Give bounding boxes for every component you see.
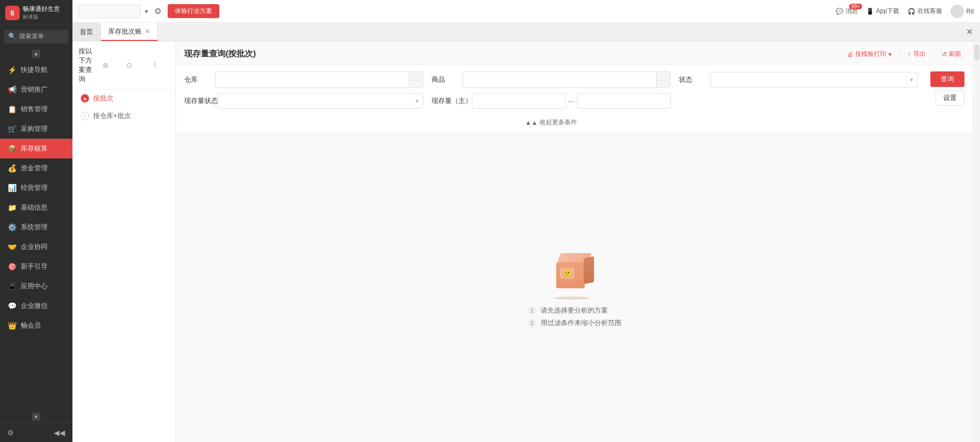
- warehouse-label: 仓库: [184, 75, 215, 84]
- tab-inventory-batch[interactable]: 库存批次账 ✕: [101, 23, 158, 41]
- messages-badge: 99+: [849, 4, 862, 9]
- sidebar-item-operations[interactable]: 📊 经营管理: [0, 178, 72, 198]
- sidebar-scroll-down[interactable]: ▼: [32, 412, 40, 421]
- user-avatar: [951, 5, 964, 18]
- warehouse-input-group: ···: [215, 71, 423, 88]
- tab-bar-close-btn[interactable]: ✕: [959, 27, 980, 37]
- topbar-search-input[interactable]: [79, 5, 141, 18]
- messages-btn[interactable]: 💬 消息 99+: [836, 7, 858, 16]
- plan-dot-active: ●: [81, 94, 89, 102]
- print-dropdown-icon[interactable]: ▾: [888, 51, 892, 58]
- message-icon: 💬: [836, 8, 843, 15]
- warehouse-input[interactable]: [216, 72, 409, 87]
- settings-icon[interactable]: ⚙: [7, 429, 14, 437]
- app-download-btn[interactable]: 📱 App下载: [866, 7, 899, 16]
- sidebar-item-label: 基础信息: [21, 203, 48, 212]
- plan-item-warehouse-batch[interactable]: ○ 按仓库+批次: [72, 107, 175, 125]
- member-icon: 👑: [7, 321, 17, 330]
- plan-label-warehouse-batch: 按仓库+批次: [93, 111, 131, 121]
- tip-num-2: 2: [527, 318, 537, 328]
- left-panel: 按以下方案查询 ⊕ ⊙ 《 ● 按批次 ○ 按仓库+批次: [72, 41, 176, 442]
- sidebar-item-system[interactable]: ⚙️ 系统管理: [0, 217, 72, 237]
- sidebar-item-wechat[interactable]: 💬 企业微信: [0, 296, 72, 316]
- status-select[interactable]: ▾: [710, 72, 918, 87]
- sidebar-item-enterprise[interactable]: 🤝 企业协同: [0, 237, 72, 257]
- filter-area: 仓库 ··· 商品: [176, 65, 973, 134]
- user-name: Rit: [966, 8, 974, 15]
- sidebar-item-label: 销售管理: [21, 105, 48, 114]
- warehouse-more-icon: ···: [413, 76, 419, 83]
- topbar-dropdown-icon[interactable]: ▾: [145, 8, 148, 15]
- sidebar-nav: ⚡ 快捷导航 📢 营销推广 📋 销售管理 🛒 采购管理 📦 库存核算 💰 资金管…: [0, 60, 72, 410]
- product-input-group: ···: [463, 71, 671, 88]
- add-plan-icon[interactable]: ⊕: [102, 61, 122, 69]
- filter-row-2: 现存量状态 ▾ 现存量（主） —: [184, 93, 918, 109]
- app-title: 畅康通好生意: [23, 5, 60, 13]
- refresh-label: 刷新: [949, 50, 961, 58]
- collapse-label: 收起更多条件: [540, 118, 577, 127]
- sidebar-item-quick-nav[interactable]: ⚡ 快捷导航: [0, 60, 72, 80]
- inventory-qty-to[interactable]: [577, 93, 671, 109]
- tip-text-2: 用过滤条件来缩小分析范围: [541, 318, 621, 328]
- status-label: 状态: [679, 75, 710, 84]
- filter-row-1: 仓库 ··· 商品: [184, 71, 918, 88]
- inventory-qty-field: 现存量（主） —: [432, 93, 671, 109]
- collapse-sidebar-icon[interactable]: ◀◀: [54, 429, 65, 437]
- qty-dash: —: [566, 97, 577, 105]
- sidebar-item-label: 企业微信: [21, 301, 48, 311]
- sidebar-item-marketing[interactable]: 📢 营销推广: [0, 80, 72, 99]
- sidebar-scroll-up[interactable]: ▲: [32, 50, 40, 58]
- empty-state: 😕 1 请先选择要分析的方案 2 用过滤条件来缩小分析范围: [176, 134, 973, 442]
- sidebar-item-label: 快捷导航: [21, 65, 48, 75]
- tab-close-icon[interactable]: ✕: [145, 28, 150, 35]
- collapse-more-btn[interactable]: ▲▲ 收起更多条件: [184, 114, 918, 127]
- sidebar-item-inventory[interactable]: 📦 库存核算: [0, 139, 72, 158]
- sidebar-item-basic[interactable]: 📁 基础信息: [0, 198, 72, 217]
- sidebar-item-member[interactable]: 👑 畅会员: [0, 316, 72, 335]
- tab-home[interactable]: 首页: [72, 23, 101, 41]
- tabbar: 首页 库存批次账 ✕ ✕: [72, 23, 980, 41]
- sidebar-item-label: 经营管理: [21, 183, 48, 193]
- export-btn[interactable]: ↑ 导出: [905, 48, 929, 61]
- inventory-status-select[interactable]: ▾: [218, 93, 423, 109]
- sidebar-item-finance[interactable]: 💰 资金管理: [0, 158, 72, 178]
- topbar: ▾ ⚙ 体验行业方案 💬 消息 99+ 📱 App下载 🎧 在线客服 Rit: [72, 0, 980, 23]
- refresh-btn[interactable]: ↺ 刷新: [939, 48, 964, 61]
- sidebar-item-guide[interactable]: 🎯 新手引导: [0, 257, 72, 276]
- settings-button[interactable]: 设置: [936, 90, 964, 106]
- online-service-btn[interactable]: 🎧 在线客服: [908, 7, 942, 16]
- plan-item-batch[interactable]: ● 按批次: [72, 90, 175, 107]
- print-btn[interactable]: 🖨 按模板打印 ▾: [844, 48, 895, 61]
- tip-text-1: 请先选择要分析的方案: [541, 306, 608, 315]
- appstore-icon: 📱: [7, 282, 17, 291]
- inventory-qty-from[interactable]: [472, 93, 566, 109]
- sidebar-item-appstore[interactable]: 📱 应用中心: [0, 276, 72, 296]
- inventory-qty-label: 现存量（主）: [432, 96, 472, 106]
- product-more-btn[interactable]: ···: [656, 72, 670, 87]
- wechat-icon: 💬: [7, 301, 17, 311]
- collapse-panel-icon[interactable]: 《: [150, 61, 169, 70]
- online-service-label: 在线客服: [917, 7, 942, 16]
- settings-plan-icon[interactable]: ⊙: [126, 61, 146, 69]
- warehouse-more-btn[interactable]: ···: [409, 72, 423, 87]
- sidebar-item-purchase[interactable]: 🛒 采购管理: [0, 119, 72, 139]
- experience-btn[interactable]: 体验行业方案: [168, 4, 219, 18]
- page-title-bar: 现存量查询(按批次) 🖨 按模板打印 ▾ | ↑ 导出 | ↺: [176, 41, 973, 65]
- product-input[interactable]: [463, 72, 656, 87]
- app-download-icon: 📱: [866, 8, 874, 15]
- status-select-arrow: ▾: [910, 77, 913, 83]
- right-scrollbar[interactable]: [973, 41, 980, 442]
- product-field: 商品 ···: [432, 71, 671, 88]
- enterprise-icon: 🤝: [7, 242, 17, 252]
- sidebar-item-label: 资金管理: [21, 164, 48, 173]
- inventory-batch-tab-label: 库存批次账: [108, 27, 142, 36]
- action-divider-1: |: [899, 50, 900, 58]
- app-version: 标准版: [23, 13, 60, 21]
- sidebar-search[interactable]: 🔍 搜索菜单: [4, 30, 68, 43]
- user-profile[interactable]: Rit: [951, 5, 974, 18]
- page-title: 现存量查询(按批次): [184, 49, 256, 60]
- warehouse-field: 仓库 ···: [184, 71, 423, 88]
- query-button[interactable]: 查询: [930, 71, 964, 87]
- sidebar-item-sales[interactable]: 📋 销售管理: [0, 99, 72, 119]
- topbar-settings-icon[interactable]: ⚙: [154, 6, 161, 16]
